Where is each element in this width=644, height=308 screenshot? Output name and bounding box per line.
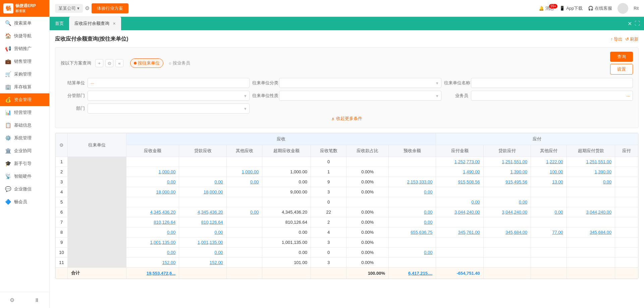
chevron-icon-3: ▾ <box>436 93 438 98</box>
col-p-amount: 应付金额 <box>436 145 483 157</box>
table-row: 3████████0.000.000.000.0090.00%2,153,333… <box>56 177 638 187</box>
settings-scheme-button[interactable]: ⊙ <box>105 59 113 67</box>
col-r-ratio: 应收款占比 <box>346 145 389 157</box>
service-label: 在线客服 <box>595 5 612 11</box>
table-row: 5████████00.000.00 <box>56 197 638 207</box>
app-download-button[interactable]: 📱 App下载 <box>559 5 583 11</box>
filter-rows: 结算单位 ··· 往来单位分类 ▾ <box>61 78 633 114</box>
footer-p-overdue <box>567 268 615 279</box>
query-button[interactable]: 查询 <box>610 52 633 62</box>
logo-text: 畅捷通ERP <box>15 3 36 9</box>
headset-icon: 🎧 <box>588 6 593 11</box>
tab-close-icon[interactable]: ✕ <box>113 21 116 26</box>
filter-row-2: 分管部门 ▾ 往来单位性质 ▾ <box>61 91 633 101</box>
partner-name: ████████ <box>68 197 126 207</box>
scheme-by-salesman[interactable]: ○ 按业务员 <box>165 58 194 68</box>
sidebar-logo: 畅 畅捷通ERP 标准版 <box>0 0 49 17</box>
table-settings-icon[interactable]: ⚙ <box>59 142 64 148</box>
footer-row: 合计 19,553,472,6... 100.00% 6,417,215....… <box>56 268 638 279</box>
sidebar-item-wechat[interactable]: 💬 企业微信 <box>0 183 49 195</box>
field-salesman: 业务员 ··· <box>444 91 633 101</box>
sidebar-item-marketing[interactable]: 📢 营销推广 <box>0 42 49 55</box>
tab-balance-label: 应收应付余额查询 <box>74 20 109 27</box>
footer-p-extra <box>615 268 638 279</box>
partner-name: ████████ <box>68 248 126 258</box>
hardware-icon: 📡 <box>5 173 11 179</box>
app-label: App下载 <box>566 5 583 11</box>
col-r-prepay: 预收余额 <box>388 145 436 157</box>
tab-home[interactable]: 首页 <box>50 17 69 30</box>
sidebar-item-nav[interactable]: 🏠 快捷导航 <box>0 30 49 42</box>
settings-bottom-icon[interactable]: ⚙ <box>8 295 16 305</box>
bell-icon: 🔔 <box>539 6 544 11</box>
sidebar-item-sales[interactable]: 💼 销售管理 <box>0 55 49 68</box>
table-row: 8P0.000.000.0040.00%655,636.75345,761.00… <box>56 227 638 237</box>
col-r-amount: 应收金额 <box>126 145 179 157</box>
footer-r-loan <box>179 268 226 279</box>
sidebar-item-basic[interactable]: 📋 基础信息 <box>0 119 49 132</box>
footer-r-prepay[interactable]: 6,417,215.... <box>388 268 436 279</box>
sidebar-bottom: ⚙ ⏸ <box>0 292 49 308</box>
chevron-icon: ▾ <box>436 81 438 86</box>
footer-r-count <box>311 268 346 279</box>
collapse-scheme-button[interactable]: « <box>115 59 123 67</box>
dept-input[interactable]: ▾ <box>88 91 250 101</box>
company-name: 某某公司 <box>58 5 76 11</box>
sidebar-item-purchase[interactable]: 🛒 采购管理 <box>0 68 49 81</box>
inventory-icon: 🏢 <box>5 84 11 90</box>
filter-row-3: 部门 ▾ <box>61 103 633 114</box>
col-partner: 往来单位 <box>68 133 126 157</box>
sidebar-item-vip[interactable]: 🔷 畅会员 <box>0 195 49 208</box>
export-button[interactable]: ↑ 导出 <box>611 36 623 42</box>
service-button[interactable]: 🎧 在线客服 <box>588 5 612 11</box>
salesman-input[interactable]: ··· <box>471 91 633 101</box>
collapse-button[interactable]: ∧ 收起更多条件 <box>61 114 633 124</box>
sidebar-item-finance[interactable]: 💰 资金管理 <box>0 93 49 106</box>
partner-category-input[interactable]: ▾ <box>279 78 441 88</box>
sidebar-item-search[interactable]: 🔍 搜索菜单 <box>0 17 49 30</box>
sidebar-label-system: 系统管理 <box>14 135 32 141</box>
partner-name-input[interactable] <box>471 78 633 88</box>
gear-icon[interactable]: ⚙ <box>85 5 90 11</box>
field-dept: 分管部门 ▾ <box>61 91 250 101</box>
sidebar-item-corp[interactable]: 🏛️ 企业协同 <box>0 144 49 157</box>
corp-icon: 🏛️ <box>5 148 11 154</box>
refresh-button[interactable]: ↺ 刷新 <box>625 36 639 42</box>
sidebar-item-operations[interactable]: 📊 经营管理 <box>0 106 49 119</box>
page-header: 应收应付余额查询(按往来单位) ↑ 导出 ↺ 刷新 <box>55 36 639 43</box>
col-r-loan: 贷款应收 <box>179 145 226 157</box>
add-scheme-button[interactable]: + <box>95 59 103 67</box>
sidebar-label-nav: 快捷导航 <box>14 33 32 39</box>
sidebar-label-sales: 销售管理 <box>14 58 32 64</box>
company-selector[interactable]: 某某公司 ▾ <box>55 4 83 13</box>
department-input[interactable]: ▾ <box>88 103 250 114</box>
promo-button[interactable]: 体验行业方案 <box>92 3 128 13</box>
col-r-other: 其他应收 <box>226 145 262 157</box>
dots-indicator: ··· <box>91 81 94 86</box>
table-row: 7████████810,126.64810,126.64810,126.642… <box>56 217 638 227</box>
table-row: 2████████1,000.001,000.001,000.0010.00%1… <box>56 167 638 177</box>
sidebar-label-wechat: 企业微信 <box>14 186 32 192</box>
footer-r-amount[interactable]: 19,553,472,6... <box>126 268 179 279</box>
sidebar: 畅 畅捷通ERP 标准版 🔍 搜索菜单 🏠 快捷导航 📢 营销推广 💼 销售管理… <box>0 0 50 308</box>
tabbar-actions: ✕ ⛶ <box>628 20 644 27</box>
active-dot <box>134 62 137 64</box>
tab-balance[interactable]: 应收应付余额查询 ✕ <box>69 17 121 30</box>
footer-p-amount[interactable]: -654,751.40 <box>436 268 483 279</box>
maximize-icon[interactable]: ⛶ <box>635 20 640 27</box>
sidebar-item-inventory[interactable]: 🏢 库存核算 <box>0 81 49 93</box>
partner-nature-input[interactable]: ▾ <box>279 91 441 101</box>
sidebar-item-system[interactable]: ⚙️ 系统管理 <box>0 132 49 144</box>
purchase-icon: 🛒 <box>5 71 11 77</box>
settlement-unit-input[interactable]: ··· <box>88 78 250 88</box>
scheme-by-partner[interactable]: 按往来单位 <box>130 58 163 68</box>
sidebar-item-hardware[interactable]: 📡 智能硬件 <box>0 170 49 183</box>
sidebar-item-newbie[interactable]: 🎓 新手引导 <box>0 157 49 170</box>
col-r-count: 应收笔数 <box>311 145 346 157</box>
notice-button[interactable]: 🔔 99+ 消息 <box>539 5 554 11</box>
collapse-icon[interactable]: ⏸ <box>32 295 42 305</box>
set-button[interactable]: 设置 <box>610 64 633 75</box>
close-window-icon[interactable]: ✕ <box>628 20 632 27</box>
partner-name: ████████ <box>68 187 126 197</box>
filter-top: 按以下方案查询 + ⊙ « 按往来单位 ○ 按业务员 <box>61 52 633 75</box>
